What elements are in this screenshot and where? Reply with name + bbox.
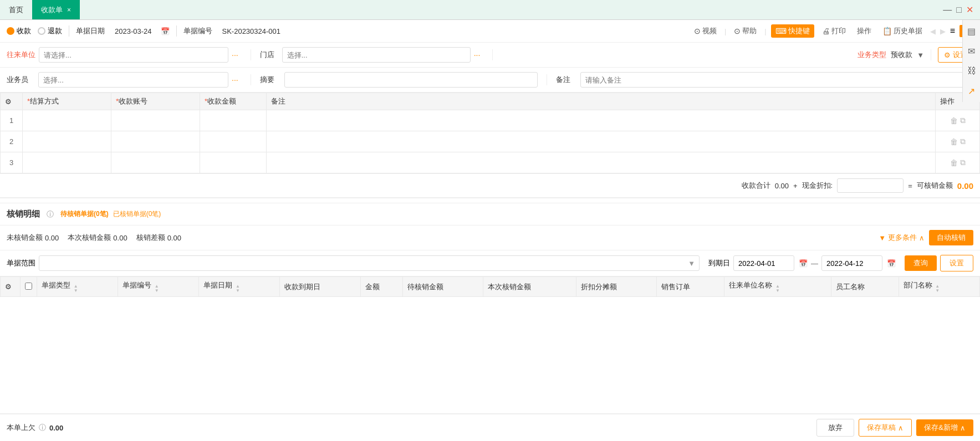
more-conditions-btn[interactable]: ▼ 更多条件 ∧	[879, 233, 925, 243]
delete-row-icon-3[interactable]: 🗑	[950, 158, 958, 167]
bt-gear-header[interactable]: ⚙	[1, 277, 21, 297]
counterpart-more-btn[interactable]: ···	[228, 50, 242, 59]
copy-row-icon-3[interactable]: ⧉	[960, 158, 966, 167]
tab-pending[interactable]: 待核销单据(0笔)	[60, 209, 109, 219]
sidebar-link-icon[interactable]: ⛓	[965, 64, 978, 78]
receipt-table: ⚙ *结算方式 *收款账号 *收款金额 备注 操作	[0, 93, 980, 173]
settle-method-input-1[interactable]	[23, 110, 111, 131]
bt-checkbox-all[interactable]	[25, 283, 32, 290]
window-minimize-icon[interactable]: —	[943, 5, 952, 15]
date-label: 单据日期	[76, 26, 105, 36]
video-btn[interactable]: ⊙ 视频	[691, 25, 720, 37]
bottom-table-section: ⚙ 单据类型 ▲▼ 单据编号 ▲▼ 单据日期 ▲▼	[0, 276, 980, 413]
window-maximize-icon[interactable]: □	[956, 5, 962, 15]
sidebar-mail-icon[interactable]: ✉	[965, 44, 978, 58]
prev-info-icon[interactable]: ⓘ	[39, 423, 46, 433]
account-cell-3[interactable]	[111, 152, 200, 173]
total-label: 收款合计	[742, 181, 770, 191]
remark-input-3[interactable]	[267, 152, 935, 173]
remark-input-2[interactable]	[267, 131, 935, 152]
shortcut-btn[interactable]: ⌨ 快捷键	[771, 24, 814, 38]
save-new-arrow-icon[interactable]: ∧	[960, 424, 966, 432]
tab-done[interactable]: 已核销单据(0笔)	[113, 209, 161, 219]
date-calendar-icon[interactable]: 📅	[161, 27, 170, 35]
bt-gear-icon[interactable]: ⚙	[5, 283, 12, 291]
print-btn[interactable]: 🖨 打印	[819, 25, 849, 37]
auto-cancel-btn[interactable]: 自动核销	[929, 230, 973, 245]
discount-input[interactable]	[837, 178, 904, 193]
query-btn[interactable]: 查询	[905, 255, 937, 271]
remark-header: 备注	[267, 93, 936, 110]
verifiable-label: 可核销金额	[917, 181, 953, 191]
bottom-left: 本单上欠 ⓘ 0.00	[7, 423, 63, 433]
remark-input-1[interactable]	[267, 110, 935, 131]
sidebar-table-icon[interactable]: ▤	[965, 24, 978, 38]
close-tab-icon[interactable]: ×	[67, 6, 71, 14]
date-from-input[interactable]	[733, 255, 794, 271]
amount-input-1[interactable]	[200, 110, 266, 131]
amount-cell-3[interactable]	[200, 152, 267, 173]
table-settings-btn[interactable]: 设置	[940, 255, 973, 271]
counterpart-input[interactable]	[39, 47, 228, 63]
gear-icon: ⚙	[944, 51, 951, 59]
delete-row-icon-1[interactable]: 🗑	[950, 116, 958, 125]
account-input-2[interactable]	[111, 131, 200, 152]
tab-bar: 首页 收款单 × — □ ✕	[0, 0, 980, 20]
discount-label: 现金折扣:	[802, 181, 833, 191]
amount-header: *收款金额	[200, 93, 267, 110]
layout-list-icon[interactable]: ≡	[950, 26, 955, 36]
staff-input[interactable]	[38, 72, 228, 88]
staff-more-btn[interactable]: ···	[228, 75, 242, 84]
save-draft-arrow-icon[interactable]: ∧	[898, 424, 904, 432]
range-label: 单据范围	[7, 258, 35, 268]
settle-method-input-2[interactable]	[23, 131, 111, 152]
account-cell-2[interactable]	[111, 131, 200, 152]
settle-method-cell-2[interactable]	[23, 131, 111, 152]
range-select[interactable]	[39, 255, 700, 271]
summary-input[interactable]	[284, 72, 538, 88]
settle-method-input-3[interactable]	[23, 152, 111, 173]
table-gear-header[interactable]: ⚙	[1, 93, 23, 110]
tab-home[interactable]: 首页	[0, 0, 32, 19]
verify-info-icon[interactable]: ⓘ	[47, 209, 54, 219]
abandon-btn[interactable]: 放弃	[816, 419, 854, 437]
settle-method-cell-1[interactable]	[23, 110, 111, 131]
sidebar-expand-icon[interactable]: ↗	[965, 84, 978, 98]
cal-from-icon[interactable]: 📅	[799, 259, 808, 268]
action-cell-3: 🗑 ⧉	[936, 152, 980, 173]
account-input-3[interactable]	[111, 152, 200, 173]
radio-refund[interactable]: 退款	[38, 26, 62, 36]
history-btn[interactable]: 📋 历史单据	[879, 25, 926, 37]
business-type-dropdown-icon[interactable]: ▼	[917, 51, 924, 59]
history-icon: 📋	[882, 27, 892, 35]
operation-btn[interactable]: 操作	[854, 25, 875, 37]
store-more-btn[interactable]: ···	[471, 50, 484, 59]
range-dropdown[interactable]: ▼	[39, 255, 700, 271]
account-input-1[interactable]	[111, 110, 200, 131]
amount-cell-2[interactable]	[200, 131, 267, 152]
remark-cell-2[interactable]	[267, 131, 936, 152]
remark-cell-3[interactable]	[267, 152, 936, 173]
remark-cell-1[interactable]	[267, 110, 936, 131]
tab-receipt[interactable]: 收款单 ×	[32, 0, 80, 19]
store-input[interactable]	[282, 47, 471, 63]
radio-receipt[interactable]: 收款	[7, 26, 31, 36]
save-new-btn[interactable]: 保存&新增 ∧	[916, 419, 973, 436]
amount-input-3[interactable]	[200, 152, 266, 173]
cal-to-icon[interactable]: 📅	[887, 259, 896, 268]
bt-checkbox-header[interactable]	[21, 277, 37, 297]
help-btn[interactable]: ⊙ 帮助	[731, 25, 760, 37]
copy-row-icon-2[interactable]: ⧉	[960, 137, 966, 146]
remark-input[interactable]	[580, 72, 973, 88]
date-to-input[interactable]	[821, 255, 882, 271]
save-draft-btn[interactable]: 保存草稿 ∧	[859, 419, 912, 437]
settle-method-cell-3[interactable]	[23, 152, 111, 173]
table-gear-icon[interactable]: ⚙	[5, 98, 12, 106]
verifiable-value: 0.00	[957, 181, 973, 191]
account-cell-1[interactable]	[111, 110, 200, 131]
amount-input-2[interactable]	[200, 131, 266, 152]
amount-cell-1[interactable]	[200, 110, 267, 131]
copy-row-icon-1[interactable]: ⧉	[960, 116, 966, 125]
window-close-icon[interactable]: ✕	[966, 4, 973, 15]
delete-row-icon-2[interactable]: 🗑	[950, 137, 958, 146]
